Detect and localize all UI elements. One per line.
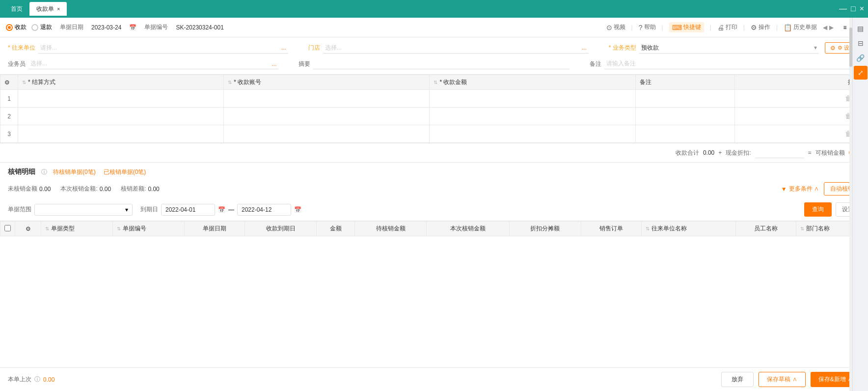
- summary-input[interactable]: [313, 58, 569, 69]
- sidebar-expand-icon[interactable]: ⤢: [854, 66, 868, 80]
- help-btn[interactable]: ?帮助: [639, 23, 656, 31]
- radio-receipt-dot: [6, 24, 13, 31]
- cell-remark-1[interactable]: [635, 90, 734, 108]
- scrollbar[interactable]: [849, 18, 852, 391]
- right-sidebar: ▤ ⊟ 🔗 ⤢: [852, 18, 868, 391]
- next-arrow[interactable]: ▶: [829, 24, 834, 31]
- toolbar-right: ⊙视频 | ?帮助 | ⌨快捷键 | 🖨打印 | ⚙操作 | 📋历史单据 ◀ ▶…: [606, 22, 862, 33]
- video-btn[interactable]: ⊙视频: [606, 23, 625, 31]
- sidebar-link-icon[interactable]: 🔗: [854, 51, 868, 65]
- discount-input[interactable]: [755, 147, 804, 158]
- history-btn[interactable]: 📋历史单据: [784, 23, 817, 31]
- print-btn[interactable]: 🖨打印: [717, 23, 737, 31]
- counterpart-label: * 往来单位: [8, 44, 35, 52]
- biztype-input[interactable]: 预收款 ▾: [639, 43, 819, 54]
- receipt-table: ⚙ ⇅* 结算方式 ⇅* 收款账号 ⇅* 收款金额 备注 操作 1: [0, 75, 868, 143]
- footer: 本单上次 ⓘ 0.00 放弃 保存草稿 ∧ 保存&新增 ∧: [0, 367, 868, 391]
- th-staff: 员工名称: [735, 222, 796, 236]
- bottom-table-wrap: ⚙ ⇅单据类型 ⇅单据编号 单据日期 收款到期日 金额 待核销金额 本次核销金额…: [0, 221, 868, 367]
- date-to-input[interactable]: 2022-04-12: [237, 204, 291, 216]
- form-row-2: 业务员 选择... ... 摘要 备注 请输入备注: [8, 58, 860, 69]
- cell-amount-3[interactable]: [430, 125, 635, 143]
- counterpart-more[interactable]: ...: [281, 44, 286, 51]
- staff-input[interactable]: 选择... ...: [28, 58, 278, 69]
- biztype-dropdown-icon[interactable]: ▾: [814, 44, 817, 51]
- date-to-icon[interactable]: 📅: [294, 206, 301, 213]
- maximize-btn[interactable]: □: [851, 4, 856, 13]
- th-counterpart: ⇅往来单位名称: [642, 222, 736, 236]
- range-field: 单据范围 ▾: [8, 204, 133, 216]
- th-account: ⇅* 收款账号: [224, 75, 430, 90]
- remark-input[interactable]: 请输入备注: [604, 58, 860, 69]
- th-number: ⇅单据编号: [113, 222, 185, 236]
- date-from-input[interactable]: 2022-04-01: [161, 204, 215, 216]
- pending-tab[interactable]: 待核销单据(0笔): [53, 168, 96, 176]
- query-btn[interactable]: 查询: [804, 202, 832, 217]
- tab-close-icon[interactable]: ×: [57, 6, 60, 12]
- unverified-stat: 未核销金额 0.00: [8, 185, 51, 193]
- save-draft-btn[interactable]: 保存草稿 ∧: [759, 372, 805, 387]
- cell-account-3[interactable]: [224, 125, 430, 143]
- store-more[interactable]: ...: [582, 44, 587, 51]
- footer-info-icon[interactable]: ⓘ: [34, 375, 40, 384]
- th-action: 操作: [734, 75, 868, 90]
- date-calendar-icon[interactable]: 📅: [129, 24, 136, 31]
- biztype-field: * 业务类型 预收款 ▾: [609, 43, 819, 54]
- tab-home[interactable]: 首页: [4, 2, 29, 16]
- summary-row: 收款合计 0.00 + 现金折扣: = 可核销金额 0.00: [0, 143, 868, 163]
- discard-btn[interactable]: 放弃: [721, 372, 754, 387]
- staff-more[interactable]: ...: [271, 60, 276, 67]
- table-row: 1 🗑 ⧉: [0, 90, 868, 108]
- cell-amount-1[interactable]: [430, 90, 635, 108]
- cell-account-2[interactable]: [224, 108, 430, 125]
- gear-icon: ⚙: [830, 45, 836, 52]
- layout-list-icon[interactable]: ≡: [840, 22, 850, 33]
- shortcut-btn[interactable]: ⌨快捷键: [669, 22, 704, 32]
- radio-receipt[interactable]: 收款: [6, 23, 27, 31]
- th-pending: 待核销金额: [355, 222, 427, 236]
- th-settings[interactable]: ⚙: [15, 222, 41, 236]
- prev-arrow[interactable]: ◀: [823, 24, 827, 31]
- more-conditions-btn[interactable]: ▼ 更多条件 ∧: [781, 185, 819, 193]
- cell-settlement-2[interactable]: [18, 108, 224, 125]
- counterpart-input[interactable]: 请择... ...: [38, 43, 288, 54]
- summary-field: 摘要: [298, 58, 569, 69]
- receipt-type-group: 收款 退款: [6, 23, 52, 31]
- biztype-label: * 业务类型: [609, 44, 636, 52]
- scroll-thumb[interactable]: [849, 28, 852, 67]
- table-col-settings[interactable]: ⚙: [0, 75, 18, 90]
- window-controls: — □ ×: [839, 4, 864, 13]
- cell-settlement-3[interactable]: [18, 125, 224, 143]
- nav-arrows: ◀ ▶: [823, 24, 834, 31]
- window-close-btn[interactable]: ×: [860, 4, 864, 13]
- select-all-checkbox[interactable]: [4, 225, 11, 231]
- radio-refund[interactable]: 退款: [31, 23, 52, 31]
- remark-label: 备注: [590, 60, 601, 68]
- th-remark: 备注: [635, 75, 734, 90]
- cell-amount-2[interactable]: [430, 108, 635, 125]
- th-current-ver: 本次核销金额: [427, 222, 510, 236]
- verification-info-icon[interactable]: ⓘ: [41, 168, 47, 176]
- total-label: 收款合计: [676, 149, 699, 157]
- store-field: 门店 选择... ...: [308, 43, 589, 54]
- form-area: * 往来单位 请择... ... 门店 选择... ... * 业务类型 预收款: [0, 37, 868, 75]
- minimize-btn[interactable]: —: [839, 4, 847, 13]
- done-tab[interactable]: 已核销单据(0笔): [104, 168, 146, 176]
- tab-receipts[interactable]: 收款单 ×: [29, 2, 67, 16]
- main-content: 收款 退款 单据日期 2023-03-24 📅 单据编号 SK-20230324…: [0, 18, 868, 391]
- upper-value: 0.00: [43, 376, 54, 383]
- remark-field: 备注 请输入备注: [590, 58, 860, 69]
- discount-label: 现金折扣:: [726, 149, 751, 157]
- cell-remark-3[interactable]: [635, 125, 734, 143]
- operation-btn[interactable]: ⚙操作: [751, 23, 770, 31]
- cell-account-1[interactable]: [224, 90, 430, 108]
- receipt-table-section: ⚙ ⇅* 结算方式 ⇅* 收款账号 ⇅* 收款金额 备注 操作 1: [0, 75, 868, 143]
- sidebar-table-icon[interactable]: ▤: [854, 22, 868, 35]
- date-from-icon[interactable]: 📅: [218, 206, 225, 213]
- store-input[interactable]: 选择... ...: [323, 43, 589, 54]
- range-select[interactable]: ▾: [34, 204, 133, 216]
- cell-remark-2[interactable]: [635, 108, 734, 125]
- th-date: 单据日期: [185, 222, 245, 236]
- cell-settlement-1[interactable]: [18, 90, 224, 108]
- sidebar-mail-icon[interactable]: ⊟: [854, 36, 868, 50]
